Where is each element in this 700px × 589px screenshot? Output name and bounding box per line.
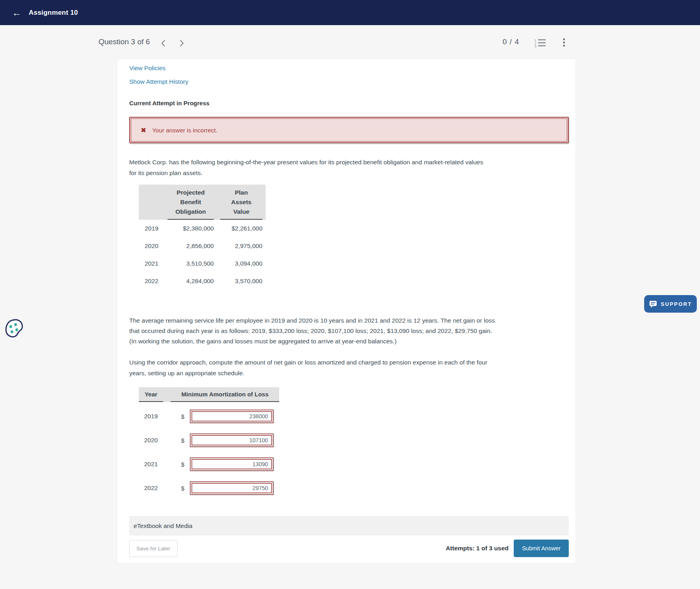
- task-line: Using the corridor approach, compute the…: [129, 357, 569, 368]
- amortization-input-2021[interactable]: [191, 459, 272, 469]
- question-footer: Save for Later Attempts: 1 of 3 used Sub…: [129, 540, 569, 557]
- alert-inner-border: ✖ Your answer is incorrect.: [131, 118, 567, 142]
- question-panel: View Policies Show Attempt History Curre…: [117, 59, 576, 563]
- pension-table-row: 2021 3,510,500 3,094,000: [139, 255, 266, 272]
- schedule-year-label: 2022: [139, 485, 163, 492]
- back-arrow-icon[interactable]: ←: [12, 8, 22, 18]
- task-line: years, setting up an appropriate schedul…: [129, 368, 569, 378]
- pension-table-row: 2022 4,284,000 3,570,000: [139, 272, 266, 290]
- question-body-paragraph: The average remaining service life per e…: [129, 315, 569, 347]
- current-attempt-heading: Current Attempt in Progress: [129, 100, 569, 106]
- view-policies-link[interactable]: View Policies: [129, 61, 166, 75]
- schedule-row-2019: 2019 $: [139, 404, 569, 428]
- year-header-cell: [139, 185, 164, 220]
- amortization-input-2019[interactable]: [191, 411, 272, 422]
- schedule-rows: 2019 $ 2020 $ 2021 $ 2022 $: [139, 404, 569, 500]
- etextbook-media-bar[interactable]: eTextbook and Media: [129, 516, 569, 536]
- question-intro-paragraph: Metlock Corp. has the following beginnin…: [129, 157, 569, 178]
- schedule-row-2022: 2022 $: [139, 476, 569, 500]
- schedule-row-2021: 2021 $: [139, 452, 569, 476]
- intro-line: for its pension plan assets.: [129, 167, 569, 178]
- intro-line: Metlock Corp. has the following beginnin…: [129, 157, 569, 167]
- question-score: 0 / 4: [503, 37, 519, 46]
- top-navigation-bar: ← Assignment 10: [0, 0, 700, 25]
- next-question-button[interactable]: [176, 38, 187, 48]
- amortization-input-wrapper: [190, 410, 274, 423]
- save-for-later-button[interactable]: Save for Later: [129, 540, 177, 557]
- more-options-icon[interactable]: [562, 38, 566, 47]
- footer-right-group: Attempts: 1 of 3 used Submit Answer: [446, 540, 569, 557]
- schedule-year-header: Year: [139, 387, 163, 402]
- section-divider: [129, 113, 569, 113]
- amortization-input-wrapper: [190, 433, 274, 447]
- pension-table-row: 2019 $2,380,000 $2,261,000: [139, 220, 266, 237]
- previous-question-button[interactable]: [158, 38, 168, 48]
- amortization-input-2022[interactable]: [191, 483, 272, 493]
- schedule-header-row: Year Minimum Amortization of Loss: [139, 387, 279, 402]
- pension-values-table: Projected Benefit Obligation Plan Assets…: [139, 185, 266, 290]
- dollar-sign: $: [181, 461, 187, 468]
- etextbook-media-label: eTextbook and Media: [134, 522, 192, 530]
- show-attempt-history-link[interactable]: Show Attempt History: [129, 75, 188, 89]
- body-line: that occurred during each year is as fol…: [129, 326, 569, 336]
- pension-table-row: 2020 2,856,000 2,975,000: [139, 237, 266, 255]
- x-mark-icon: ✖: [141, 126, 146, 134]
- schedule-year-label: 2021: [139, 461, 163, 468]
- chevron-right-icon: [179, 39, 184, 47]
- pbo-header-cell: Projected Benefit Obligation: [164, 185, 217, 220]
- support-button[interactable]: SUPPORT: [644, 295, 697, 313]
- amortization-input-2020[interactable]: [191, 435, 272, 445]
- dollar-sign: $: [181, 485, 187, 492]
- schedule-row-2020: 2020 $: [139, 428, 569, 452]
- plan-assets-header-cell: Plan Assets Value: [217, 185, 266, 220]
- schedule-header-gap: [163, 387, 171, 402]
- pension-table-header-row: Projected Benefit Obligation Plan Assets…: [139, 185, 266, 220]
- dollar-sign: $: [181, 413, 187, 420]
- svg-text:3: 3: [534, 45, 536, 47]
- body-line: (In working the solution, the gains and …: [129, 336, 569, 347]
- incorrect-answer-alert: ✖ Your answer is incorrect.: [129, 117, 569, 143]
- chevron-left-icon: [161, 39, 166, 47]
- support-label: SUPPORT: [661, 301, 692, 307]
- amortization-input-wrapper: [190, 457, 274, 471]
- amortization-input-wrapper: [190, 481, 274, 495]
- body-line: The average remaining service life per e…: [129, 315, 569, 326]
- alert-message: Your answer is incorrect.: [152, 127, 217, 134]
- schedule-amortization-header: Minimum Amortization of Loss: [171, 387, 279, 402]
- schedule-year-label: 2019: [139, 413, 163, 420]
- assignment-title: Assignment 10: [29, 9, 78, 17]
- schedule-year-label: 2020: [139, 437, 163, 444]
- chat-bubble-icon: [649, 300, 658, 308]
- question-list-icon[interactable]: 1 2 3: [534, 38, 546, 49]
- submit-answer-button[interactable]: Submit Answer: [514, 540, 569, 557]
- question-header: Question 3 of 6 0 / 4 1 2 3: [0, 25, 700, 59]
- dollar-sign: $: [181, 437, 187, 444]
- question-task-paragraph: Using the corridor approach, compute the…: [129, 357, 569, 378]
- widget-launcher-icon[interactable]: [4, 319, 24, 339]
- question-position-label: Question 3 of 6: [99, 37, 150, 46]
- attempts-counter: Attempts: 1 of 3 used: [446, 545, 509, 552]
